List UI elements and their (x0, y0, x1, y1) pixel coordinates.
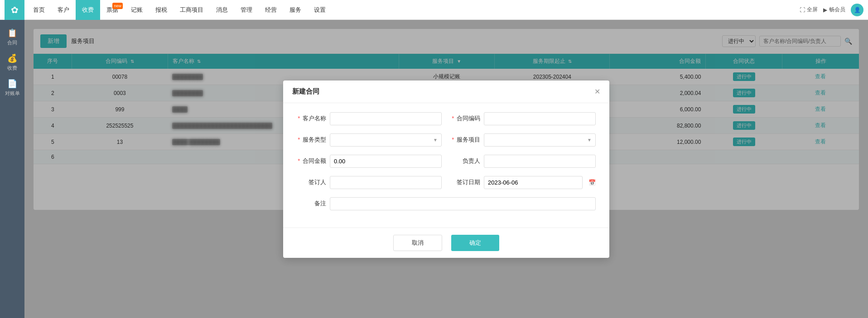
sign-date-input[interactable] (484, 176, 583, 189)
main-content: 新增 服务项目 进行中 已结束 全部 🔍 序号 合同编码 ⇅ (24, 20, 868, 318)
form-group-code: * 合同编码 (451, 112, 596, 125)
confirm-button[interactable]: 确定 (451, 235, 499, 251)
form-group-sign-date: 签订日期 📅 (451, 176, 596, 189)
form-group-client: * 客户名称 (297, 112, 442, 125)
client-name-input[interactable] (330, 112, 442, 125)
service-type-label: * 服务类型 (297, 136, 326, 144)
form-row-4: 签订人 签订日期 📅 (297, 176, 596, 189)
calendar-icon[interactable]: 📅 (588, 179, 596, 186)
contract-amount-label: * 合同金额 (297, 157, 326, 165)
nav-manage[interactable]: 管理 (234, 0, 259, 20)
form-group-signer: 签订人 (297, 176, 442, 189)
sidebar-item-reconcile[interactable]: 📄 对账单 (0, 75, 24, 100)
user-icon: 👤 (854, 7, 861, 13)
nav-business[interactable]: 工商项目 (174, 0, 210, 20)
contract-amount-input[interactable] (330, 155, 442, 168)
contract-icon: 📋 (7, 28, 17, 38)
contract-code-input[interactable] (484, 112, 596, 125)
billing-icon: 💰 (7, 53, 17, 63)
sidebar-item-billing[interactable]: 💰 收费 (0, 50, 24, 75)
service-item-select-wrapper: ▼ (484, 133, 596, 147)
service-item-select[interactable] (484, 134, 595, 146)
nav-operation[interactable]: 经营 (259, 0, 283, 20)
new-contract-modal: 新建合同 ✕ * 客户名称 * 合同编 (283, 81, 609, 258)
modal-header: 新建合同 ✕ (283, 81, 609, 103)
cancel-button[interactable]: 取消 (393, 235, 442, 251)
form-group-service-type: * 服务类型 ▼ (297, 133, 442, 147)
nav-right: ⛶ 全屏 ▶ 畅会员 👤 (800, 4, 863, 16)
nav-customer[interactable]: 客户 (51, 0, 76, 20)
responsible-input[interactable] (484, 155, 596, 168)
nav-items: 首页 客户 收费 票据 new 记账 报税 工商项目 消息 管理 经营 (27, 0, 800, 20)
nav-home[interactable]: 首页 (27, 0, 51, 20)
modal-overlay: 新建合同 ✕ * 客户名称 * 合同编 (24, 20, 868, 318)
fullscreen-icon: ⛶ (800, 7, 805, 13)
signer-label: 签订人 (297, 178, 326, 186)
service-type-select-wrapper: ▼ (330, 133, 442, 147)
sign-date-label: 签订日期 (451, 178, 480, 186)
nav-tax[interactable]: 报税 (149, 0, 174, 20)
remark-label: 备注 (297, 199, 326, 208)
service-type-select[interactable] (330, 134, 441, 146)
modal-footer: 取消 确定 (283, 228, 609, 258)
sidebar-item-contract[interactable]: 📋 合同 (0, 24, 24, 50)
form-row-2: * 服务类型 ▼ * 服务项目 (297, 133, 596, 147)
nav-settings[interactable]: 设置 (308, 0, 332, 20)
sidebar: 📋 合同 💰 收费 📄 对账单 (0, 20, 24, 318)
member-btn[interactable]: ▶ 畅会员 (823, 6, 845, 14)
modal-close-button[interactable]: ✕ (594, 87, 600, 96)
nav-message[interactable]: 消息 (210, 0, 234, 20)
form-row-1: * 客户名称 * 合同编码 (297, 112, 596, 125)
modal-body: * 客户名称 * 合同编码 (283, 103, 609, 228)
app-logo: ✿ (5, 0, 24, 20)
nav-accounts[interactable]: 记账 (125, 0, 149, 20)
form-row-5: 备注 (297, 197, 596, 210)
remark-input[interactable] (330, 197, 596, 210)
contract-code-label: * 合同编码 (451, 114, 480, 123)
signer-input[interactable] (330, 176, 442, 189)
form-group-service-item: * 服务项目 ▼ (451, 133, 596, 147)
new-badge: new (112, 3, 123, 9)
nav-invoice[interactable]: 票据 new (100, 0, 125, 20)
form-row-3: * 合同金额 负责人 (297, 155, 596, 168)
service-item-label: * 服务项目 (451, 136, 480, 144)
modal-title: 新建合同 (292, 87, 319, 96)
form-group-amount: * 合同金额 (297, 155, 442, 168)
reconcile-icon: 📄 (7, 79, 17, 89)
user-avatar[interactable]: 👤 (851, 4, 863, 16)
top-nav: ✿ 首页 客户 收费 票据 new 记账 报税 工商项目 消息 管理 (0, 0, 868, 20)
responsible-label: 负责人 (451, 157, 480, 165)
client-name-label: * 客户名称 (297, 114, 326, 123)
nav-service[interactable]: 服务 (283, 0, 308, 20)
nav-billing[interactable]: 收费 (76, 0, 100, 20)
play-icon: ▶ (823, 7, 827, 13)
form-group-responsible: 负责人 (451, 155, 596, 168)
fullscreen-btn[interactable]: ⛶ 全屏 (800, 6, 818, 14)
form-group-remark: 备注 (297, 197, 596, 210)
